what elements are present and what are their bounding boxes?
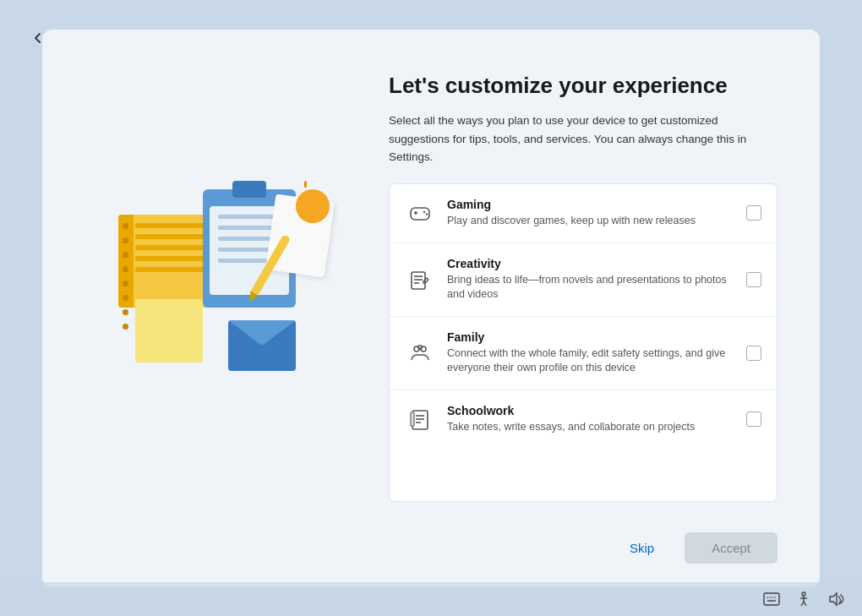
schoolwork-checkbox[interactable] (746, 412, 761, 427)
gaming-text: Gaming Play and discover games, keep up … (447, 198, 734, 229)
page-subtitle: Select all the ways you plan to use your… (389, 112, 777, 166)
svg-rect-16 (411, 412, 414, 426)
gaming-checkbox[interactable] (746, 205, 761, 221)
svg-point-23 (767, 597, 768, 598)
dialog-content: Let's customize your experience Select a… (42, 30, 820, 519)
dialog-footer: Skip Accept (42, 519, 820, 587)
gaming-desc: Play and discover games, keep up with ne… (447, 214, 734, 229)
family-icon (405, 338, 435, 368)
svg-line-30 (801, 602, 804, 606)
option-family[interactable]: Family Connect with the whole family, ed… (390, 317, 777, 390)
svg-rect-5 (412, 272, 425, 289)
creativity-icon (405, 264, 435, 295)
svg-rect-17 (764, 593, 779, 605)
illustration (118, 189, 338, 375)
svg-point-25 (772, 597, 773, 598)
schoolwork-desc: Take notes, write essays, and collaborat… (447, 420, 734, 435)
illustration-panel (85, 63, 372, 502)
option-schoolwork[interactable]: Schoolwork Take notes, write essays, and… (390, 390, 777, 449)
svg-point-3 (423, 211, 425, 213)
right-panel: Let's customize your experience Select a… (389, 63, 777, 502)
accessibility-icon[interactable] (794, 590, 813, 608)
svg-marker-32 (830, 593, 837, 605)
svg-point-26 (774, 597, 776, 598)
svg-point-24 (769, 597, 771, 598)
volume-icon[interactable] (827, 590, 845, 608)
coffee-illustration (296, 189, 330, 223)
creativity-checkbox[interactable] (746, 272, 761, 287)
family-checkbox[interactable] (746, 346, 761, 361)
option-creativity[interactable]: Creativity Bring ideas to life—from nove… (390, 243, 777, 317)
envelope-illustration (228, 320, 296, 371)
family-title: Family (447, 330, 734, 344)
schoolwork-icon (405, 404, 435, 434)
skip-button[interactable]: Skip (613, 532, 671, 564)
page-title: Let's customize your experience (389, 72, 777, 101)
gaming-title: Gaming (447, 198, 734, 211)
taskbar (0, 582, 862, 616)
schoolwork-title: Schoolwork (447, 404, 734, 417)
schoolwork-text: Schoolwork Take notes, write essays, and… (447, 404, 734, 435)
svg-line-31 (804, 602, 806, 606)
keyboard-icon[interactable] (762, 590, 781, 608)
family-desc: Connect with the whole family, edit safe… (447, 346, 734, 376)
creativity-title: Creativity (447, 257, 734, 270)
svg-point-11 (418, 345, 422, 348)
family-text: Family Connect with the whole family, ed… (447, 330, 734, 376)
accept-button[interactable]: Accept (685, 532, 777, 564)
svg-point-27 (802, 592, 805, 596)
creativity-desc: Bring ideas to life—from novels and pres… (447, 273, 734, 303)
option-gaming[interactable]: Gaming Play and discover games, keep up … (390, 184, 777, 243)
options-list: Gaming Play and discover games, keep up … (389, 183, 777, 501)
creativity-text: Creativity Bring ideas to life—from nove… (447, 257, 734, 303)
svg-point-4 (426, 214, 428, 215)
gamepad-icon (405, 198, 435, 228)
customize-dialog: Let's customize your experience Select a… (42, 30, 820, 587)
sticky-note-illustration (135, 299, 203, 363)
